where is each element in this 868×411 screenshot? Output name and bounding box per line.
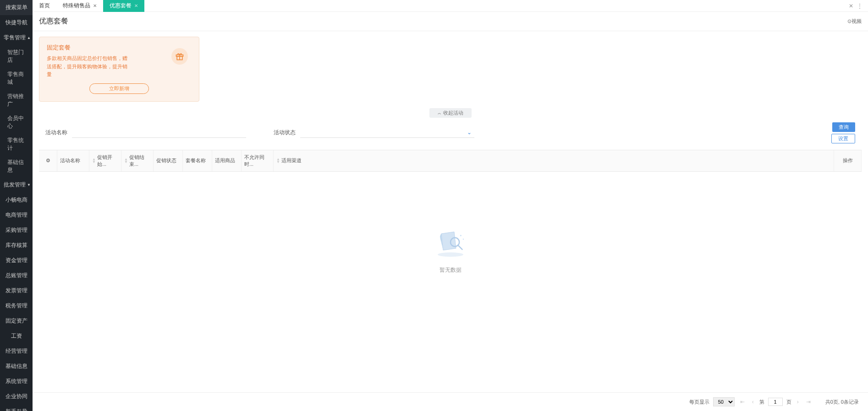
table-header: ⚙ 活动名称 ▲▼促销开始... ▲▼促销结束... 促销状态 套餐名称 适用商…: [39, 150, 862, 172]
th-gear[interactable]: ⚙: [39, 150, 57, 171]
gear-icon: ⚙: [46, 158, 50, 164]
th-status[interactable]: 促销状态: [154, 150, 183, 171]
page-prefix: 第: [759, 399, 764, 406]
filter-status-group: 活动状态 ⌄: [274, 127, 474, 138]
empty-icon: [432, 227, 469, 259]
th-name[interactable]: 活动名称: [57, 150, 89, 171]
sidebar-item-purchase[interactable]: 采购管理: [0, 223, 33, 238]
tab-more[interactable]: ⋮: [855, 3, 864, 9]
search-button[interactable]: 查询: [832, 122, 855, 132]
sort-icon: ▲▼: [92, 158, 96, 163]
sidebar-item-xiaochang[interactable]: 小畅电商: [0, 192, 33, 208]
sidebar-sub-retailmall[interactable]: 零售商城: [0, 67, 33, 89]
play-icon: ⊙: [847, 18, 852, 24]
filter-status-label: 活动状态: [274, 129, 296, 137]
last-page-button[interactable]: ⇥: [804, 399, 813, 405]
close-icon[interactable]: ✕: [134, 3, 138, 8]
create-button[interactable]: 立即新增: [89, 83, 149, 94]
tabbar-controls: ✕ ⋮: [847, 3, 868, 9]
empty-text: 暂无数据: [39, 266, 862, 274]
sidebar-item-enterprise[interactable]: 企业协同: [0, 389, 33, 404]
sidebar-item-tax[interactable]: 税务管理: [0, 298, 33, 313]
sort-icon: ▲▼: [124, 158, 128, 163]
chevron-down-icon: ⌄: [467, 129, 472, 136]
collapse-bar: ︽ 收起活动: [39, 108, 862, 118]
promo-card: 固定套餐 多款相关商品固定总价打包销售，赠送搭配，提升顾客购物体验，提升销量 立…: [39, 37, 199, 102]
sidebar-sub-marketing[interactable]: 营销推广: [0, 89, 33, 111]
sidebar-item-guide[interactable]: 新手引导: [0, 404, 33, 411]
chevron-up-icon: ︽: [438, 110, 441, 115]
prev-page-button[interactable]: ‹: [750, 399, 756, 405]
th-start[interactable]: ▲▼促销开始...: [89, 150, 121, 171]
tab-special[interactable]: 特殊销售品 ✕: [56, 0, 103, 12]
tabbar: 首页 特殊销售品 ✕ 优惠套餐 ✕ ✕ ⋮: [33, 0, 868, 12]
collapse-label: 收起活动: [443, 110, 463, 116]
sidebar-wholesale[interactable]: 批发管理 ▼: [0, 177, 33, 192]
sidebar-search[interactable]: 搜索菜单: [0, 0, 33, 15]
next-page-button[interactable]: ›: [795, 399, 801, 405]
data-table: ⚙ 活动名称 ▲▼促销开始... ▲▼促销结束... 促销状态 套餐名称 适用商…: [39, 150, 862, 292]
sidebar-item-inventory[interactable]: 库存核算: [0, 238, 33, 253]
page-header: 优惠套餐 ⊙ 视频: [33, 12, 868, 31]
pagination: 每页显示 50 ⇤ ‹ 第 页 › ⇥ 共0页, 0条记录: [33, 392, 868, 411]
page-title: 优惠套餐: [39, 16, 68, 26]
chevron-down-icon: ▼: [27, 183, 31, 187]
tab-package[interactable]: 优惠套餐 ✕: [103, 0, 144, 12]
sidebar-item-ledger[interactable]: 总账管理: [0, 268, 33, 283]
collapse-toggle[interactable]: ︽ 收起活动: [429, 108, 472, 118]
th-action: 操作: [834, 150, 862, 171]
activity-name-input[interactable]: [72, 127, 246, 138]
svg-point-3: [438, 252, 463, 257]
sidebar-sub-basicinfo[interactable]: 基础信息: [0, 155, 33, 177]
page-body: 固定套餐 多款相关商品固定总价打包销售，赠送搭配，提升顾客购物体验，提升销量 立…: [33, 31, 868, 392]
empty-state: 暂无数据: [39, 172, 862, 292]
sidebar-wholesale-label: 批发管理: [4, 181, 26, 189]
tab-home[interactable]: 首页: [33, 0, 56, 12]
svg-point-7: [462, 239, 463, 240]
sidebar-retail-label: 零售管理: [4, 34, 26, 42]
sidebar-quicknav[interactable]: 快捷导航: [0, 15, 33, 30]
video-link[interactable]: ⊙ 视频: [847, 18, 862, 25]
filter-name-group: 活动名称: [45, 127, 246, 138]
promo-title: 固定套餐: [47, 44, 192, 52]
gift-icon: [171, 48, 188, 65]
page-input[interactable]: [768, 398, 783, 406]
sidebar: 搜索菜单 快捷导航 零售管理 ▲ 智慧门店 零售商城 营销推广 会员中心 零售统…: [0, 0, 33, 411]
filter-actions: 查询 设置: [831, 122, 855, 143]
main-area: 首页 特殊销售品 ✕ 优惠套餐 ✕ ✕ ⋮ 优惠套餐 ⊙ 视频: [33, 0, 868, 411]
sidebar-item-funds[interactable]: 资金管理: [0, 253, 33, 268]
sidebar-item-salary[interactable]: 工资: [0, 329, 33, 344]
per-page-label: 每页显示: [689, 399, 709, 406]
th-channel[interactable]: ▲▼适用渠道: [274, 150, 834, 171]
tab-close-all[interactable]: ✕: [847, 3, 855, 9]
sidebar-item-ecommerce[interactable]: 电商管理: [0, 208, 33, 223]
sidebar-sub-smartstore[interactable]: 智慧门店: [0, 45, 33, 67]
filter-name-label: 活动名称: [45, 129, 67, 137]
per-page-select[interactable]: 50: [713, 397, 735, 406]
svg-line-5: [458, 245, 462, 250]
tab-special-label: 特殊销售品: [63, 2, 90, 10]
sidebar-item-fixedassets[interactable]: 固定资产: [0, 313, 33, 329]
close-icon[interactable]: ✕: [93, 3, 97, 8]
sidebar-item-system[interactable]: 系统管理: [0, 374, 33, 389]
video-link-label: 视频: [852, 18, 862, 25]
sidebar-item-invoice[interactable]: 发票管理: [0, 283, 33, 298]
activity-status-select[interactable]: ⌄: [300, 127, 474, 138]
sidebar-retail[interactable]: 零售管理 ▲: [0, 30, 33, 45]
chevron-up-icon: ▲: [27, 36, 31, 40]
sidebar-sub-retailstat[interactable]: 零售统计: [0, 133, 33, 155]
th-exclusive[interactable]: 不允许同时...: [242, 150, 274, 171]
first-page-button[interactable]: ⇤: [738, 399, 747, 405]
pager-summary: 共0页, 0条记录: [825, 399, 859, 406]
filter-row: 活动名称 活动状态 ⌄ 查询 设置: [39, 122, 862, 143]
sidebar-sub-member[interactable]: 会员中心: [0, 111, 33, 133]
sidebar-item-operation[interactable]: 经营管理: [0, 344, 33, 359]
sort-icon: ▲▼: [276, 158, 280, 163]
th-package[interactable]: 套餐名称: [183, 150, 212, 171]
th-end[interactable]: ▲▼促销结束...: [121, 150, 154, 171]
promo-desc: 多款相关商品固定总价打包销售，赠送搭配，提升顾客购物体验，提升销量: [47, 55, 129, 79]
sidebar-item-basicinfo2[interactable]: 基础信息: [0, 359, 33, 374]
tab-home-label: 首页: [39, 2, 50, 10]
th-products[interactable]: 适用商品: [212, 150, 242, 171]
settings-button[interactable]: 设置: [831, 134, 855, 143]
